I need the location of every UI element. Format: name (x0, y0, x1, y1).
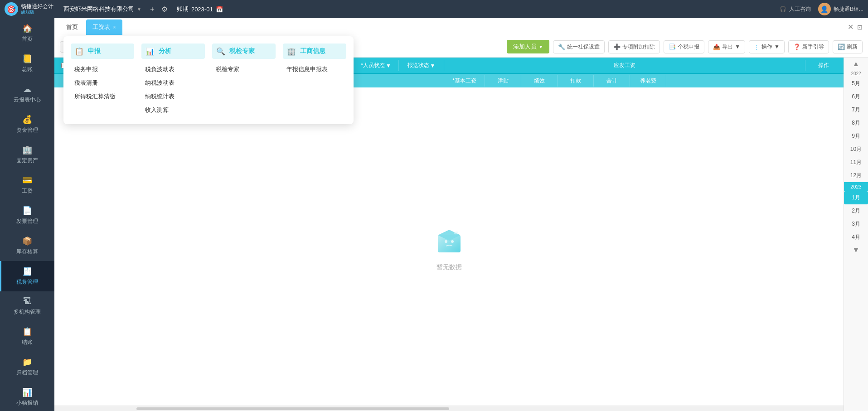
tab-salary-label: 工资表 (92, 23, 110, 31)
menu-item-nianbao[interactable]: 年报信息申报表 (283, 63, 346, 76)
tax-icon: 🧾 (22, 266, 32, 276)
tab-home[interactable]: 首页 (60, 19, 84, 35)
sidebar-item-archive[interactable]: 📁 归档管理 (0, 352, 54, 382)
add-person-button[interactable]: 添加人员 ▼ (507, 40, 549, 53)
sidebar-item-tax[interactable]: 🧾 税务管理 (0, 261, 54, 291)
sidebar-item-cloud[interactable]: ☁ 云报表中心 (0, 79, 54, 109)
avatar: 👤 (818, 3, 831, 15)
filter-icon-status[interactable]: ▼ (386, 63, 391, 69)
sidebar-label-home: 首页 (22, 35, 33, 43)
guide-btn[interactable]: ❓ 新手引导 (788, 40, 829, 53)
sidebar-item-close[interactable]: 📋 结账 (0, 321, 54, 352)
zhuanjia-title: 税检专家 (229, 47, 255, 55)
special-btn[interactable]: ➕ 专项附加扣除 (608, 40, 660, 53)
cal-month-8[interactable]: 8月 (844, 116, 868, 130)
add-person-label: 添加人员 (513, 43, 537, 51)
menu-item-shouru[interactable]: 收入测算 (141, 103, 205, 117)
salary-icon: 💳 (22, 175, 32, 185)
user-area[interactable]: 👤 畅捷通B组... (818, 3, 863, 15)
close-period-icon: 📋 (22, 327, 32, 337)
sidebar-item-assets[interactable]: 🏢 固定资产 (0, 140, 54, 170)
sidebar-item-ledger[interactable]: 📒 总账 (0, 48, 54, 79)
export-btn[interactable]: 📤 导出 ▼ (708, 40, 745, 53)
window-restore-icon[interactable]: ⊡ (857, 24, 863, 31)
menu-item-shuifubodong[interactable]: 税负波动表 (141, 63, 205, 76)
settings-icon[interactable]: ⚙ (161, 5, 168, 14)
sidebar-item-invoice[interactable]: 📄 发票管理 (0, 200, 54, 231)
sidebar-item-multi[interactable]: 🏗 多机构管理 (0, 291, 54, 321)
header-right: 🎧 人工咨询 👤 畅捷通B组... (780, 3, 863, 15)
th-allowance: 津贴 (485, 75, 521, 87)
cal-month-9[interactable]: 9月 (844, 130, 868, 143)
cal-current-year: 2023 (844, 182, 868, 191)
menu-item-nashuitongjibiao[interactable]: 纳税统计表 (141, 90, 205, 103)
sidebar-item-inventory[interactable]: 📦 库存核算 (0, 231, 54, 261)
human-service[interactable]: 🎧 人工咨询 (780, 5, 811, 13)
period-label: 账期 (177, 5, 189, 13)
menu-item-nashui[interactable]: 纳税波动表 (141, 76, 205, 90)
table-body: 暂无数据 (54, 87, 844, 406)
cal-month-5[interactable]: 5月 (844, 77, 868, 90)
window-close-icon[interactable]: ✕ (848, 23, 853, 31)
cal-month-2[interactable]: 2月 (844, 204, 868, 218)
fund-icon: 💰 (22, 115, 32, 125)
table-scrollbar[interactable] (54, 406, 844, 411)
export-dropdown-icon: ▼ (735, 44, 740, 50)
shenb-icon: 📋 (74, 46, 84, 56)
sidebar-item-xiaochang[interactable]: 📊 小畅报销 (0, 382, 54, 411)
app-title: 畅捷通好会计 (21, 3, 53, 10)
sidebar-item-home[interactable]: 🏠 首页 (0, 18, 54, 48)
cal-month-12[interactable]: 12月 (844, 169, 868, 182)
operate-dropdown-icon: ▼ (774, 44, 780, 50)
cal-month-11[interactable]: 11月 (844, 156, 868, 169)
human-service-label: 人工咨询 (789, 5, 811, 13)
invoice-icon: 📄 (22, 206, 32, 216)
archive-icon: 📁 (22, 357, 32, 367)
tax-dropdown-menu: 📋 申报 税务申报 税表清册 所得税汇算清缴 📊 分析 税负波动表 纳税波动表 … (63, 36, 354, 124)
cal-month-3[interactable]: 3月 (844, 218, 868, 231)
cal-month-1[interactable]: 1月 (844, 191, 868, 204)
th-perf: 绩效 (521, 75, 558, 87)
svg-point-3 (451, 240, 454, 243)
th-pension: 养老费 (630, 75, 666, 87)
tax-declare-label: 个税申报 (678, 43, 699, 51)
tab-salary[interactable]: 工资表 × (86, 19, 122, 35)
menu-item-shuiwu[interactable]: 税务申报 (71, 63, 134, 76)
filter-icon-report[interactable]: ▼ (430, 63, 436, 69)
headset-icon: 🎧 (780, 6, 786, 12)
empty-text: 暂无数据 (436, 263, 462, 271)
tab-close-icon[interactable]: × (113, 24, 116, 30)
sidebar: 🏠 首页 📒 总账 ☁ 云报表中心 💰 资金管理 🏢 固定资产 💳 工资 📄 发… (0, 18, 54, 411)
menu-item-shuibiao[interactable]: 税表清册 (71, 76, 134, 90)
tax-declare-btn[interactable]: 📑 个税申报 (664, 40, 704, 53)
sidebar-label-xiaochang: 小畅报销 (16, 399, 38, 407)
cal-next-icon[interactable]: ▼ (850, 244, 863, 256)
logo-icon: 🎯 (5, 2, 18, 16)
social-btn[interactable]: 🔧 统一社保设置 (553, 40, 605, 53)
company-chevron-icon: ▼ (137, 7, 141, 12)
add-person-dropdown-icon: ▼ (538, 44, 543, 49)
cal-month-10[interactable]: 10月 (844, 143, 868, 156)
operate-btn[interactable]: ⋮ 操作 ▼ (749, 40, 785, 53)
menu-item-taxcheck[interactable]: 税检专家 (212, 63, 276, 76)
inventory-icon: 📦 (22, 236, 32, 246)
scrollbar-thumb[interactable] (136, 407, 449, 410)
logo-text: 畅捷通好会计 旗舰版 (21, 3, 53, 15)
period-info: 账期 2023-01 📅 (177, 5, 223, 13)
refresh-btn[interactable]: 🔄 刷新 (833, 40, 863, 53)
cal-month-7[interactable]: 7月 (844, 103, 868, 116)
th-report: 报送状态 ▼ (399, 60, 444, 71)
empty-state: 暂无数据 (413, 203, 485, 290)
cal-month-4[interactable]: 4月 (844, 231, 868, 244)
company-selector[interactable]: 西安虾米网络科技有限公司 ▼ (63, 5, 141, 13)
period-calendar-icon[interactable]: 📅 (216, 6, 223, 13)
sidebar-item-fund[interactable]: 💰 资金管理 (0, 109, 54, 140)
sidebar-label-archive: 归档管理 (16, 369, 38, 377)
add-company-icon[interactable]: ＋ (149, 5, 156, 14)
sidebar-item-salary[interactable]: 💳 工资 (0, 170, 54, 200)
cal-prev-icon[interactable]: ▲ (850, 58, 863, 70)
menu-item-suodeshui[interactable]: 所得税汇算清缴 (71, 90, 134, 103)
cal-month-6[interactable]: 6月 (844, 90, 868, 103)
th-deduct: 扣款 (558, 75, 594, 87)
tab-bar: 首页 工资表 × ✕ ⊡ (54, 18, 868, 36)
